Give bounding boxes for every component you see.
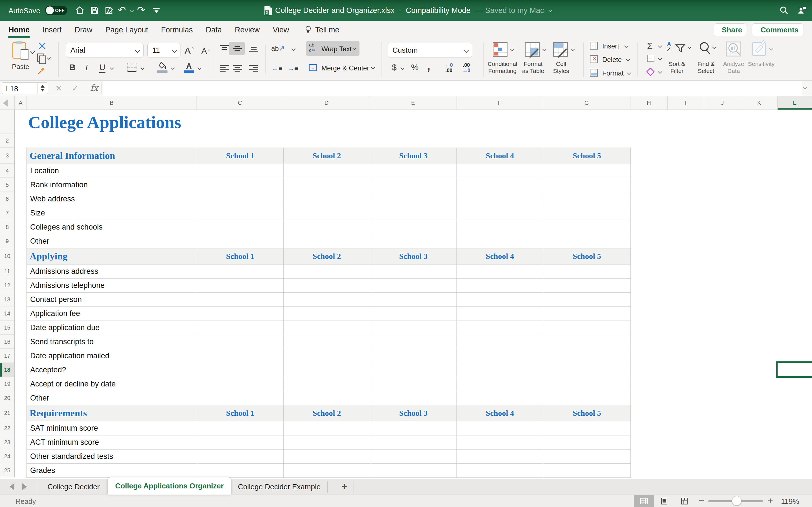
data-cell[interactable] [543, 293, 631, 307]
column-header-H[interactable]: H [630, 96, 668, 110]
align-left-icon[interactable] [219, 64, 230, 72]
merge-center-chevron-icon[interactable] [371, 65, 375, 69]
italic-button[interactable]: I [85, 62, 88, 72]
data-cell[interactable] [543, 279, 631, 293]
data-cell[interactable] [284, 349, 370, 363]
data-cell[interactable] [197, 321, 284, 335]
data-cell[interactable] [370, 450, 457, 464]
name-box[interactable]: L18 [2, 82, 48, 94]
data-cell[interactable] [370, 178, 457, 192]
paste-dropdown-icon[interactable] [30, 49, 35, 54]
sensitivity-label[interactable]: Sensitivity [747, 60, 776, 67]
people-icon[interactable] [797, 6, 807, 15]
data-cell[interactable] [197, 178, 284, 192]
data-cell[interactable] [284, 450, 370, 464]
delete-chevron-icon[interactable] [626, 57, 630, 61]
row-header-11[interactable]: 11 [0, 264, 14, 278]
data-cell[interactable] [370, 377, 457, 391]
autosave-toggle[interactable]: OFF [45, 6, 67, 15]
insert-chevron-icon[interactable] [624, 44, 628, 48]
data-cell[interactable] [543, 436, 631, 450]
font-size-select[interactable]: 11 [147, 43, 181, 57]
clear-chevron-icon[interactable] [658, 70, 662, 74]
tab-formulas[interactable]: Formulas [161, 25, 193, 34]
row-label[interactable]: Size [27, 206, 197, 220]
format-as-table-label[interactable]: Format as Table [520, 60, 546, 74]
cell-styles-icon[interactable] [553, 42, 568, 57]
home-icon[interactable] [75, 6, 85, 15]
row-label[interactable]: Application fee [27, 307, 197, 321]
row-label[interactable]: Grades [27, 464, 197, 478]
row-header-12[interactable]: 12 [0, 278, 14, 292]
cell-styles-label[interactable]: Cell Styles [550, 60, 572, 74]
undo-icon[interactable]: ↶ [118, 5, 126, 15]
column-header-F[interactable]: F [456, 96, 543, 110]
formula-bar-expand-icon[interactable] [803, 86, 807, 90]
save-icon[interactable] [90, 6, 99, 15]
delete-cells-icon[interactable]: ✕ [590, 55, 598, 63]
paste-label[interactable]: Paste [8, 63, 33, 70]
number-format-select[interactable]: Custom [388, 43, 472, 57]
selected-cell-L18[interactable] [776, 361, 812, 378]
data-cell[interactable] [543, 164, 631, 178]
conditional-formatting-label[interactable]: Conditional Formatting [486, 60, 519, 74]
format-painter-icon[interactable] [36, 66, 46, 76]
row-label[interactable]: Other [27, 391, 197, 405]
tab-data[interactable]: Data [206, 25, 222, 34]
clear-icon[interactable] [646, 67, 655, 76]
paste-icon[interactable] [12, 42, 26, 59]
column-header-G[interactable]: G [543, 96, 630, 110]
data-cell[interactable] [284, 436, 370, 450]
filter-funnel-icon[interactable] [674, 43, 686, 54]
sheet-tab-college-decider-example[interactable]: College Decider Example [231, 479, 327, 495]
fill-down-icon[interactable]: ↓ [647, 55, 654, 62]
data-cell[interactable] [457, 307, 543, 321]
row-header-13[interactable]: 13 [0, 292, 14, 306]
row-header-24[interactable]: 24 [0, 449, 14, 463]
data-cell[interactable] [284, 321, 370, 335]
data-cell[interactable] [457, 377, 543, 391]
data-cell[interactable] [197, 377, 284, 391]
analyze-data-label[interactable]: Analyze Data [722, 60, 745, 74]
row-header-17[interactable]: 17 [0, 349, 14, 363]
data-cell[interactable] [284, 307, 370, 321]
zoom-level[interactable]: 119% [781, 497, 799, 506]
data-cell[interactable] [543, 349, 631, 363]
column-header-D[interactable]: D [283, 96, 370, 110]
normal-view-button[interactable] [634, 495, 654, 507]
conditional-formatting-icon[interactable] [493, 42, 507, 57]
find-select-icon[interactable] [698, 41, 712, 56]
data-cell[interactable] [370, 436, 457, 450]
row-header-14[interactable]: 14 [0, 306, 14, 321]
row-label[interactable]: Admissions address [27, 265, 197, 279]
data-cell[interactable] [457, 363, 543, 377]
data-cell[interactable] [457, 421, 543, 436]
page-layout-view-button[interactable] [654, 495, 674, 507]
data-cell[interactable] [543, 421, 631, 436]
data-cell[interactable] [457, 234, 543, 248]
orientation-icon[interactable]: ab↗ [271, 43, 285, 53]
data-cell[interactable] [370, 164, 457, 178]
column-header-J[interactable]: J [704, 96, 741, 110]
format-cells-icon[interactable] [590, 69, 598, 76]
data-cell[interactable] [457, 164, 543, 178]
sheet-tab-college-applications-organizer[interactable]: College Applications Organizer [108, 477, 231, 495]
data-cell[interactable] [197, 307, 284, 321]
data-cell[interactable] [197, 450, 284, 464]
data-cell[interactable] [370, 464, 457, 478]
format-as-table-icon[interactable] [525, 42, 540, 57]
row-header-9[interactable]: 9 [0, 234, 14, 248]
data-cell[interactable] [284, 220, 370, 234]
row-header-21[interactable]: 21 [0, 405, 14, 421]
row-label[interactable]: Location [27, 164, 197, 178]
tab-page-layout[interactable]: Page Layout [105, 25, 148, 34]
row-label[interactable]: Accept or decline by date [27, 377, 197, 391]
data-cell[interactable] [284, 178, 370, 192]
data-cell[interactable] [370, 421, 457, 436]
tab-insert[interactable]: Insert [43, 25, 62, 34]
data-cell[interactable] [197, 436, 284, 450]
undo-dropdown-icon[interactable] [130, 8, 134, 12]
tab-view[interactable]: View [273, 25, 289, 34]
data-cell[interactable] [370, 279, 457, 293]
zoom-in-button[interactable]: + [767, 495, 773, 506]
